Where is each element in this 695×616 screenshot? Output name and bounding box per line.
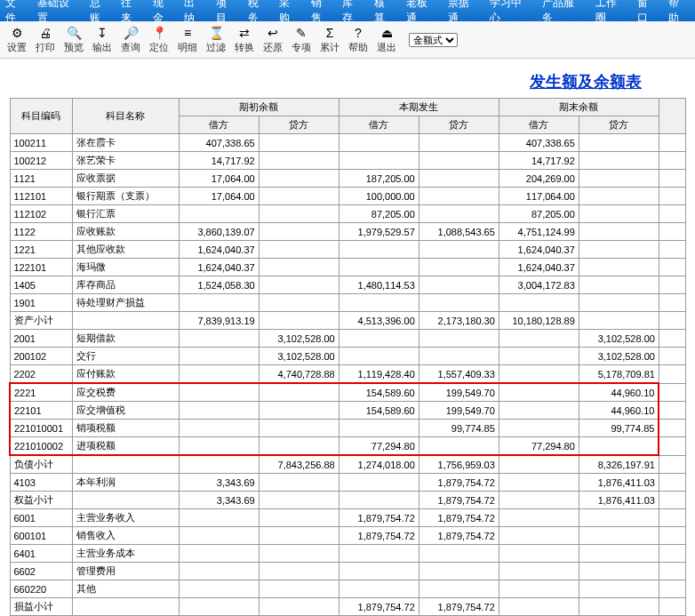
cell-spacer (659, 241, 685, 259)
cell-od: 17,064.00 (179, 188, 259, 205)
table-row[interactable]: 资产小计7,839,913.194,513,396.002,173,180.30… (10, 312, 686, 330)
table-row[interactable]: 负债小计7,843,256.881,274,018.001,756,959.03… (10, 455, 686, 474)
menu-item[interactable]: 文件 (5, 0, 27, 26)
menu-item[interactable]: 总账 (90, 0, 111, 26)
cell-name (72, 455, 179, 474)
cell-pc: 1,879,754.72 (419, 598, 499, 616)
toolbar-button-label: 帮助 (348, 41, 368, 54)
menu-item[interactable]: 老板通 (406, 0, 437, 26)
cell-pc (419, 276, 499, 294)
toolbar-输出-button[interactable]: ↧输出 (89, 23, 116, 56)
menu-item[interactable]: 现金 (153, 0, 174, 26)
table-row[interactable]: 200102交行3,102,528.003,102,528.00 (10, 348, 686, 365)
menu-item[interactable]: 票据通 (448, 0, 479, 26)
table-row[interactable]: 22101应交增值税154,589.60199,549.7044,960.10 (10, 402, 686, 420)
过滤-icon: ⌛ (208, 25, 224, 41)
table-row[interactable]: 1405库存商品1,524,058.301,480,114.533,004,17… (10, 276, 686, 294)
table-row[interactable]: 1121应收票据17,064.00187,205.00204,269.00 (10, 170, 686, 188)
cell-code: 4103 (10, 474, 72, 492)
menu-item[interactable]: 项目 (216, 0, 237, 26)
cell-oc (259, 545, 339, 563)
cell-code: 1221 (10, 241, 72, 259)
toolbar-还原-button[interactable]: ↩还原 (260, 23, 286, 56)
table-row[interactable]: 权益小计3,343.691,879,754.721,876,411.03 (10, 492, 686, 509)
table-row[interactable]: 221010001销项税额99,774.8599,774.85 (10, 420, 686, 437)
cell-oc (259, 437, 339, 456)
cell-name: 销售收入 (72, 527, 179, 545)
table-row[interactable]: 600101销售收入1,879,754.721,879,754.72 (10, 527, 686, 545)
col-name: 科目名称 (72, 99, 179, 134)
cell-pd (339, 563, 419, 580)
report-title-link[interactable]: 发生额及余额表 (530, 73, 642, 91)
toolbar-转换-button[interactable]: ⇄转换 (231, 23, 258, 56)
menu-item[interactable]: 库存 (342, 0, 363, 26)
table-row[interactable]: 1901待处理财产损益 (10, 294, 686, 312)
table-row[interactable]: 6001主营业务收入1,879,754.721,879,754.72 (10, 509, 686, 527)
table-row[interactable]: 112102银行汇票87,205.0087,205.00 (10, 205, 686, 223)
table-row[interactable]: 221010002进项税额77,294.8077,294.80 (10, 437, 686, 456)
cell-cd (499, 563, 579, 580)
cell-pd (339, 330, 419, 348)
col-close-dr: 借方 (499, 116, 579, 134)
table-row[interactable]: 4103本年利润3,343.691,879,754.721,876,411.03 (10, 474, 686, 492)
cell-oc (259, 241, 339, 259)
menu-item[interactable]: 往来 (121, 0, 142, 26)
menu-item[interactable]: 销售 (311, 0, 332, 26)
toolbar-累计-button[interactable]: Σ累计 (316, 23, 343, 56)
cell-name (72, 492, 179, 509)
menu-item[interactable]: 帮助 (668, 0, 690, 26)
menu-item[interactable]: 窗口 (637, 0, 659, 26)
table-row[interactable]: 112101银行期票（支票）17,064.00100,000.00117,064… (10, 188, 686, 205)
table-row[interactable]: 损益小计1,879,754.721,879,754.72 (10, 598, 686, 616)
toolbar-设置-button[interactable]: ⚙设置 (4, 23, 30, 56)
menu-item[interactable]: 学习中心 (490, 0, 531, 26)
table-row[interactable]: 2202应付账款4,740,728.881,119,428.401,557,40… (10, 365, 686, 384)
toolbar-明细-button[interactable]: ≡明细 (174, 23, 201, 56)
menu-item[interactable]: 工作圈 (595, 0, 627, 26)
cell-spacer (659, 545, 685, 563)
cell-pd: 87,205.00 (339, 205, 419, 223)
cell-cc (579, 509, 659, 527)
cell-name: 主营业务收入 (72, 509, 179, 527)
toolbar-button-label: 过滤 (206, 41, 226, 54)
cell-cd (499, 294, 579, 312)
cell-spacer (659, 365, 685, 384)
toolbar-过滤-button[interactable]: ⌛过滤 (203, 23, 229, 56)
amount-format-select[interactable]: 金额式 (409, 33, 458, 47)
menu-item[interactable]: 核算 (374, 0, 395, 26)
table-row[interactable]: 1221其他应收款1,624,040.371,624,040.37 (10, 241, 686, 259)
table-row[interactable]: 100211张在霞卡407,338.65407,338.65 (10, 134, 686, 152)
menu-item[interactable]: 税务 (248, 0, 269, 26)
toolbar-查询-button[interactable]: 🔎查询 (117, 23, 144, 56)
menu-item[interactable]: 基础设置 (37, 0, 79, 26)
cell-pc (419, 580, 499, 598)
table-row[interactable]: 122101海玛微1,624,040.371,624,040.37 (10, 259, 686, 276)
toolbar-定位-button[interactable]: 📍定位 (146, 23, 172, 56)
cell-cd (499, 580, 579, 598)
cell-pc (419, 241, 499, 259)
toolbar-打印-button[interactable]: 🖨打印 (32, 23, 59, 56)
table-row[interactable]: 6401主营业务成本 (10, 545, 686, 563)
toolbar-帮助-button[interactable]: ?帮助 (345, 23, 371, 56)
toolbar-button-label: 预览 (64, 41, 84, 54)
toolbar-预览-button[interactable]: 🔍预览 (60, 23, 87, 56)
toolbar-button-label: 转换 (235, 41, 254, 54)
toolbar-专项-button[interactable]: ✎专项 (288, 23, 315, 56)
table-row[interactable]: 2001短期借款3,102,528.003,102,528.00 (10, 330, 686, 348)
cell-spacer (659, 509, 685, 527)
table-row[interactable]: 100212张艺荣卡14,717.9214,717.92 (10, 152, 686, 170)
toolbar-退出-button[interactable]: ⏏退出 (373, 23, 400, 56)
menu-item[interactable]: 出纳 (184, 0, 205, 26)
cell-pd (339, 152, 419, 170)
cell-spacer (659, 205, 685, 223)
table-row[interactable]: 660220其他 (10, 580, 686, 598)
menu-item[interactable]: 采购 (279, 0, 300, 26)
table-row[interactable]: 6602管理费用 (10, 563, 686, 580)
table-row[interactable]: 2221应交税费154,589.60199,549.7044,960.10 (10, 383, 686, 402)
cell-spacer (659, 259, 685, 276)
table-row[interactable]: 1122应收账款3,860,139.071,979,529.571,088,54… (10, 223, 686, 241)
cell-oc (259, 223, 339, 241)
cell-code: 221010002 (10, 437, 72, 456)
menu-item[interactable]: 产品服务 (542, 0, 584, 26)
cell-oc (259, 276, 339, 294)
